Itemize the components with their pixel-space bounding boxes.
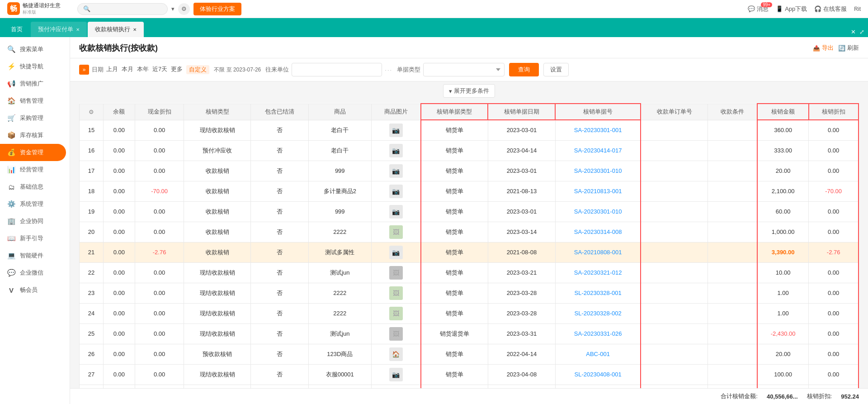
wechat-nav-icon: 💬 — [7, 269, 15, 277]
bill-no-link[interactable]: ABC-001 — [586, 351, 610, 357]
cell-no: 25 — [80, 323, 104, 344]
cell-no: 24 — [80, 303, 104, 323]
cell-pay-cond — [708, 242, 757, 262]
cell-amount: 100.00 — [757, 364, 809, 385]
tab-collection-close[interactable]: ✕ — [133, 27, 137, 32]
bill-no-link[interactable]: SA-20230301-001 — [574, 127, 622, 133]
sidebar-item-guide[interactable]: 📖 新手引导 — [0, 230, 70, 247]
cell-no: 15 — [80, 120, 104, 140]
cell-amount: 10.00 — [757, 262, 809, 283]
bill-no-link[interactable]: SL-20230328-001 — [575, 290, 622, 296]
tab-home[interactable]: 首页 — [4, 22, 30, 37]
cell-type: 现结收款核销 — [184, 323, 250, 344]
cell-order-no — [641, 201, 708, 222]
topbar-dropdown[interactable]: ▾ — [171, 5, 175, 12]
restore-tab-icon[interactable]: ⤢ — [859, 29, 864, 35]
bill-no-link[interactable]: SA-20210808-001 — [574, 249, 622, 256]
bill-no-link[interactable]: SA-20210813-001 — [574, 188, 622, 195]
cell-type: 收款核销 — [184, 222, 250, 242]
cell-cash-discount: 0.00 — [135, 222, 184, 242]
cell-goods-img: 📷 — [371, 364, 420, 385]
bill-no-link[interactable]: SA-20230301-010 — [574, 167, 622, 174]
cell-settled: 否 — [250, 262, 308, 283]
sidebar-item-sales[interactable]: 🏠 销售管理 — [0, 92, 70, 109]
bill-no-link[interactable]: SL-20230328-002 — [575, 310, 622, 317]
message-icon-item[interactable]: 💬 消息 99+ — [748, 5, 769, 13]
tab-collection[interactable]: 收款核销执行 ✕ — [88, 22, 144, 37]
main-layout: 🔍 搜索菜单 ⚡ 快捷导航 📢 营销推广 🏠 销售管理 🛒 采购管理 📦 库存核… — [0, 37, 868, 404]
cell-bill-date: 2023-04-14 — [488, 140, 555, 161]
username-display[interactable]: Rit — [854, 6, 861, 12]
app-download-item[interactable]: 📱 App下载 — [776, 5, 807, 13]
cell-pay-cond — [708, 140, 757, 161]
cell-amount: -2,430.00 — [757, 323, 809, 344]
date-filter-label: 日期 — [92, 66, 104, 74]
close-tab-icon[interactable]: ✕ — [851, 29, 856, 35]
sidebar-item-purchase[interactable]: 🛒 采购管理 — [0, 109, 70, 127]
sidebar-label-guide: 新手引导 — [20, 234, 43, 242]
bill-no-link[interactable]: SA-20230314-008 — [574, 228, 622, 235]
bill-no-link[interactable]: SA-20230301-010 — [574, 208, 622, 215]
refresh-button[interactable]: 🔄 刷新 — [838, 44, 859, 52]
sidebar-item-inventory[interactable]: 📦 库存核算 — [0, 127, 70, 144]
tab-prepay-close[interactable]: ✕ — [76, 27, 80, 32]
filter-expand-button[interactable]: » — [79, 65, 89, 75]
sidebar-item-member[interactable]: V 畅会员 — [0, 281, 70, 299]
bill-type-select[interactable] — [423, 63, 505, 76]
cell-bill-date: 2023-03-31 — [488, 323, 555, 344]
date-opt-last-month[interactable]: 上月 — [106, 65, 118, 74]
tab-prepay[interactable]: 预付冲应付单 ✕ — [31, 22, 87, 37]
th-balance: 余额 — [103, 104, 135, 120]
cell-balance: 0.00 — [103, 161, 135, 181]
solution-button[interactable]: 体验行业方案 — [193, 3, 241, 15]
date-opt-this-year[interactable]: 本年 — [137, 65, 149, 74]
guide-nav-icon: 📖 — [7, 234, 15, 242]
date-opt-this-month[interactable]: 本月 — [122, 65, 133, 74]
cell-discount: -2.76 — [809, 242, 859, 262]
query-button[interactable]: 查询 — [509, 63, 539, 76]
export-button[interactable]: 📤 导出 — [813, 44, 834, 52]
expand-more-label: 展开更多条件 — [454, 87, 489, 95]
date-opt-7days[interactable]: 近7天 — [152, 65, 167, 74]
sidebar-item-sys[interactable]: ⚙️ 系统管理 — [0, 195, 70, 213]
expand-more-button[interactable]: ▾ 展开更多条件 — [443, 84, 495, 98]
date-opt-more[interactable]: 更多 — [171, 65, 183, 74]
cell-no: 21 — [80, 242, 104, 262]
cell-balance: 0.00 — [103, 222, 135, 242]
sidebar-item-fund[interactable]: 💰 资金管理 — [0, 144, 66, 161]
cell-bill-type: 销货退货单 — [421, 323, 488, 344]
sidebar-item-wechat[interactable]: 💬 企业微信 — [0, 264, 70, 281]
cell-discount: 0.00 — [809, 140, 859, 161]
sidebar-item-search[interactable]: 🔍 搜索菜单 — [0, 41, 70, 58]
sidebar-item-quick[interactable]: ⚡ 快捷导航 — [0, 58, 70, 75]
bill-no-link[interactable]: SA-20230331-026 — [574, 330, 622, 337]
marketing-nav-icon: 📢 — [7, 80, 15, 88]
sidebar-item-corp[interactable]: 🏢 企业协同 — [0, 213, 70, 230]
online-service-item[interactable]: 🎧 在线客服 — [814, 5, 847, 13]
topbar-search-box[interactable]: 🔍 — [77, 3, 168, 15]
chevron-down-icon: ▾ — [449, 88, 452, 95]
cell-pay-cond — [708, 120, 757, 140]
bill-no-link[interactable]: SA-20230414-017 — [574, 147, 622, 154]
cell-settled: 否 — [250, 242, 308, 262]
sidebar-item-marketing[interactable]: 📢 营销推广 — [0, 75, 70, 92]
cell-bill-date: 2021-08-13 — [488, 181, 555, 201]
date-opt-custom[interactable]: 自定义 — [186, 65, 209, 74]
th-settings[interactable]: ⚙ — [80, 104, 104, 120]
cell-type: 现结收款核销 — [184, 303, 250, 323]
bill-no-link[interactable]: SL-20230408-001 — [575, 371, 622, 378]
cell-cash-discount: 0.00 — [135, 364, 184, 385]
cell-bill-no: SA-20230314-008 — [555, 222, 641, 242]
customer-input[interactable] — [292, 63, 382, 76]
goods-image: 📷 — [389, 144, 403, 157]
bill-no-link[interactable]: SA-20230321-012 — [574, 269, 622, 276]
sidebar-item-biz[interactable]: 📊 经营管理 — [0, 161, 70, 178]
filter-left: » 日期 上月 本月 本年 近7天 更多 自定义 不限 至 2023-07-26 — [79, 65, 261, 75]
cell-goods: 2222 — [308, 283, 371, 303]
cell-bill-date: 2023-03-01 — [488, 201, 555, 222]
gear-icon[interactable]: ⚙ — [178, 3, 190, 15]
sidebar-item-base[interactable]: 🗂 基础信息 — [0, 178, 70, 195]
settings-button[interactable]: 设置 — [543, 63, 569, 76]
sidebar-item-hardware[interactable]: 💻 智能硬件 — [0, 247, 70, 264]
cell-goods-img: 🖼 — [371, 262, 420, 283]
